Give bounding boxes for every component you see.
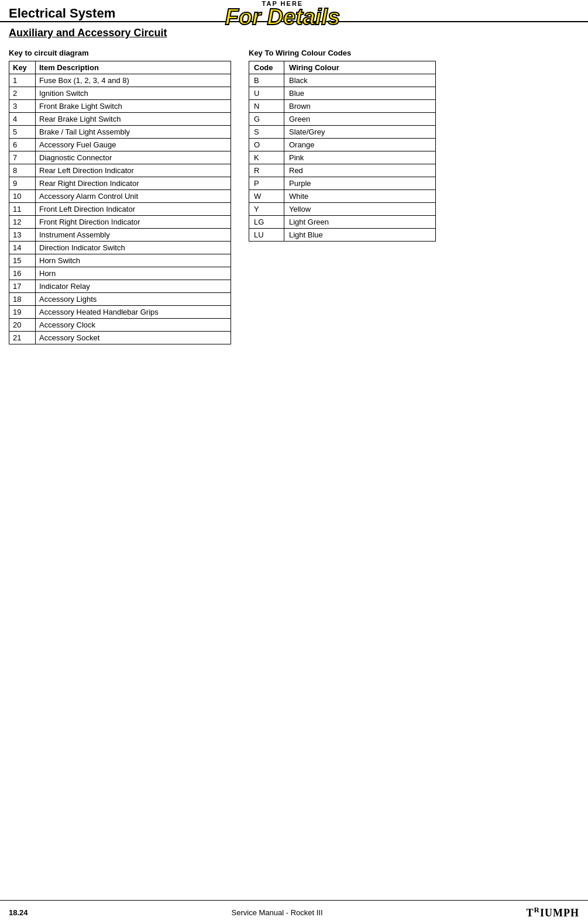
key-cell: 5 <box>9 126 36 139</box>
table-row: 8Rear Left Direction Indicator <box>9 164 231 177</box>
description-cell: Fuse Box (1, 2, 3, 4 and 8) <box>36 74 231 87</box>
colour-cell: Brown <box>284 100 436 113</box>
key-cell: 4 <box>9 113 36 126</box>
key-cell: 6 <box>9 139 36 151</box>
colour-cell: Purple <box>284 177 436 190</box>
key-cell: 10 <box>9 190 36 203</box>
code-cell: U <box>249 87 284 100</box>
code-cell: LU <box>249 229 284 242</box>
tap-here-big-text: For Details <box>225 6 340 31</box>
wiring-colour-label: Key To Wiring Colour Codes <box>249 49 436 57</box>
key-cell: 11 <box>9 203 36 216</box>
table-row: SSlate/Grey <box>249 126 436 139</box>
page-header: Electrical System TAP HERE For Details <box>0 0 588 22</box>
wiring-colour-section: Key To Wiring Colour Codes Code Wiring C… <box>249 49 436 242</box>
table-row: 1Fuse Box (1, 2, 3, 4 and 8) <box>9 74 231 87</box>
colour-cell: Red <box>284 164 436 177</box>
tap-here-banner[interactable]: TAP HERE For Details <box>225 0 340 31</box>
code-col-header: Code <box>249 61 284 74</box>
description-cell: Front Brake Light Switch <box>36 100 231 113</box>
table-row: LGLight Green <box>249 216 436 229</box>
table-row: BBlack <box>249 74 436 87</box>
description-cell: Instrument Assembly <box>36 229 231 242</box>
description-cell: Front Left Direction Indicator <box>36 203 231 216</box>
colour-cell: Light Blue <box>284 229 436 242</box>
table-row: 9Rear Right Direction Indicator <box>9 177 231 190</box>
key-circuit-label: Key to circuit diagram <box>9 49 231 57</box>
table-row: 5Brake / Tail Light Assembly <box>9 126 231 139</box>
key-circuit-section: Key to circuit diagram Key Item Descript… <box>9 49 231 344</box>
description-cell: Accessory Socket <box>36 332 231 344</box>
code-cell: K <box>249 151 284 164</box>
key-cell: 3 <box>9 100 36 113</box>
description-cell: Brake / Tail Light Assembly <box>36 126 231 139</box>
description-cell: Accessory Fuel Gauge <box>36 139 231 151</box>
colour-cell: Pink <box>284 151 436 164</box>
table-row: WWhite <box>249 190 436 203</box>
footer-page-number: 18.24 <box>9 908 28 917</box>
key-cell: 8 <box>9 164 36 177</box>
colour-cell: Black <box>284 74 436 87</box>
code-cell: LG <box>249 216 284 229</box>
code-cell: B <box>249 74 284 87</box>
table-row: 18Accessory Lights <box>9 293 231 306</box>
key-cell: 13 <box>9 229 36 242</box>
description-cell: Accessory Lights <box>36 293 231 306</box>
description-cell: Rear Right Direction Indicator <box>36 177 231 190</box>
table-row: GGreen <box>249 113 436 126</box>
colour-cell: Green <box>284 113 436 126</box>
table-row: 3Front Brake Light Switch <box>9 100 231 113</box>
key-cell: 17 <box>9 280 36 293</box>
table-row: 16Horn <box>9 267 231 280</box>
key-cell: 18 <box>9 293 36 306</box>
description-cell: Direction Indicator Switch <box>36 242 231 254</box>
description-cell: Front Right Direction Indicator <box>36 216 231 229</box>
key-cell: 1 <box>9 74 36 87</box>
key-circuit-table: Key Item Description 1Fuse Box (1, 2, 3,… <box>9 61 231 344</box>
desc-col-header: Item Description <box>36 61 231 74</box>
key-cell: 20 <box>9 319 36 332</box>
table-row: 6Accessory Fuel Gauge <box>9 139 231 151</box>
description-cell: Accessory Alarm Control Unit <box>36 190 231 203</box>
table-row: RRed <box>249 164 436 177</box>
footer-center-text: Service Manual - Rocket III <box>232 908 323 917</box>
main-content: Key to circuit diagram Key Item Descript… <box>0 44 588 349</box>
table-row: 20Accessory Clock <box>9 319 231 332</box>
description-cell: Rear Left Direction Indicator <box>36 164 231 177</box>
table-row: 2Ignition Switch <box>9 87 231 100</box>
key-cell: 2 <box>9 87 36 100</box>
key-cell: 16 <box>9 267 36 280</box>
description-cell: Rear Brake Light Switch <box>36 113 231 126</box>
description-cell: Accessory Heated Handlebar Grips <box>36 306 231 319</box>
table-row: 4Rear Brake Light Switch <box>9 113 231 126</box>
description-cell: Ignition Switch <box>36 87 231 100</box>
key-cell: 9 <box>9 177 36 190</box>
table-row: 13Instrument Assembly <box>9 229 231 242</box>
table-row: NBrown <box>249 100 436 113</box>
code-cell: W <box>249 190 284 203</box>
table-row: PPurple <box>249 177 436 190</box>
code-cell: P <box>249 177 284 190</box>
code-cell: R <box>249 164 284 177</box>
footer-brand: TRIUMPH <box>527 905 579 919</box>
table-row: 10Accessory Alarm Control Unit <box>9 190 231 203</box>
key-cell: 21 <box>9 332 36 344</box>
description-cell: Diagnostic Connector <box>36 151 231 164</box>
table-row: 19Accessory Heated Handlebar Grips <box>9 306 231 319</box>
page-footer: 18.24 Service Manual - Rocket III TRIUMP… <box>0 900 588 924</box>
table-row: YYellow <box>249 203 436 216</box>
key-col-header: Key <box>9 61 36 74</box>
table-row: UBlue <box>249 87 436 100</box>
table-row: 17Indicator Relay <box>9 280 231 293</box>
code-cell: S <box>249 126 284 139</box>
table-row: 21Accessory Socket <box>9 332 231 344</box>
key-cell: 19 <box>9 306 36 319</box>
table-row: LULight Blue <box>249 229 436 242</box>
table-row: 7Diagnostic Connector <box>9 151 231 164</box>
code-cell: G <box>249 113 284 126</box>
colour-table: Code Wiring Colour BBlackUBlueNBrownGGre… <box>249 61 436 242</box>
colour-cell: Light Green <box>284 216 436 229</box>
description-cell: Indicator Relay <box>36 280 231 293</box>
key-cell: 12 <box>9 216 36 229</box>
colour-cell: Orange <box>284 139 436 151</box>
